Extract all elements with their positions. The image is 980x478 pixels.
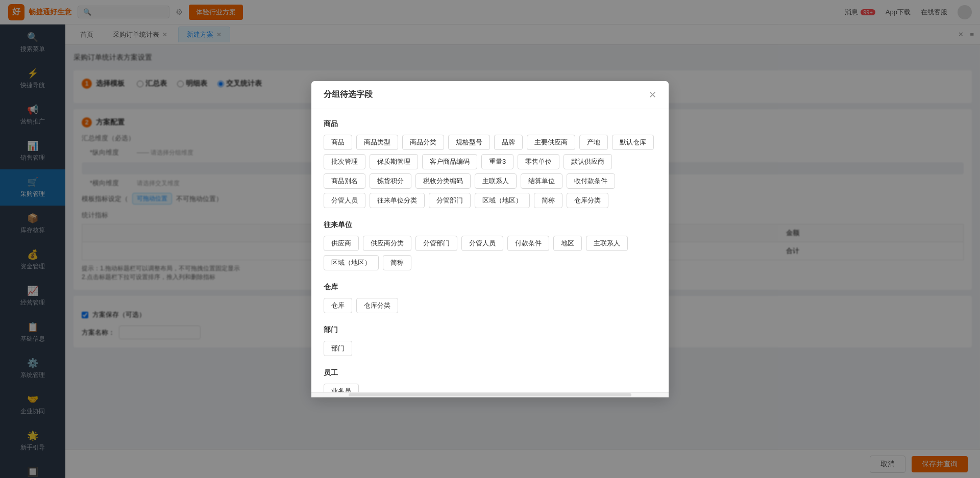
field-tag[interactable]: 默认供应商 — [564, 154, 612, 169]
modal-section-title-product: 商品 — [324, 119, 656, 129]
field-tag[interactable]: 往来单位分类 — [370, 193, 425, 208]
field-selection-modal: 分组待选字段 ✕ 商品商品商品类型商品分类规格型号品牌主要供应商产地默认仓库批次… — [311, 81, 669, 397]
modal-field-grid-product: 商品商品类型商品分类规格型号品牌主要供应商产地默认仓库批次管理保质期管理客户商品… — [324, 135, 656, 208]
modal-header: 分组待选字段 ✕ — [311, 81, 669, 109]
field-tag[interactable]: 业务员 — [324, 384, 359, 392]
modal-hscroll-thumb — [349, 393, 631, 396]
field-tag[interactable]: 付款条件 — [507, 236, 549, 251]
modal-close-button[interactable]: ✕ — [649, 89, 656, 100]
field-tag[interactable]: 部门 — [324, 341, 352, 356]
field-tag[interactable]: 仓库 — [324, 298, 352, 313]
field-tag[interactable]: 分管部门 — [415, 236, 457, 251]
field-tag[interactable]: 商品类型 — [356, 135, 398, 150]
field-tag[interactable]: 客户商品编码 — [422, 154, 477, 169]
field-tag[interactable]: 批次管理 — [324, 154, 365, 169]
field-tag[interactable]: 简称 — [383, 255, 411, 270]
field-tag[interactable]: 区域（地区） — [324, 255, 379, 270]
field-tag[interactable]: 拣货积分 — [370, 173, 411, 189]
modal-field-grid-counterpart: 供应商供应商分类分管部门分管人员付款条件地区主联系人区域（地区）简称 — [324, 236, 656, 270]
modal-field-grid-department: 部门 — [324, 341, 656, 356]
field-tag[interactable]: 分管人员 — [324, 193, 365, 208]
field-tag[interactable]: 仓库分类 — [567, 193, 608, 208]
modal-title: 分组待选字段 — [324, 89, 373, 100]
modal-section-product: 商品商品商品类型商品分类规格型号品牌主要供应商产地默认仓库批次管理保质期管理客户… — [324, 119, 656, 208]
field-tag[interactable]: 商品别名 — [324, 173, 365, 189]
field-tag[interactable]: 零售单位 — [518, 154, 559, 169]
field-tag[interactable]: 主联系人 — [475, 173, 517, 189]
field-tag[interactable]: 结算单位 — [521, 173, 562, 189]
field-tag[interactable]: 简称 — [534, 193, 562, 208]
field-tag[interactable]: 供应商分类 — [363, 236, 411, 251]
modal-section-department: 部门部门 — [324, 325, 656, 356]
modal-section-counterpart: 往来单位供应商供应商分类分管部门分管人员付款条件地区主联系人区域（地区）简称 — [324, 220, 656, 270]
modal-section-title-counterpart: 往来单位 — [324, 220, 656, 230]
modal-section-warehouse: 仓库仓库仓库分类 — [324, 283, 656, 313]
field-tag[interactable]: 商品 — [324, 135, 352, 150]
field-tag[interactable]: 商品分类 — [402, 135, 444, 150]
modal-section-title-employee: 员工 — [324, 368, 656, 378]
modal-field-grid-warehouse: 仓库仓库分类 — [324, 298, 656, 313]
field-tag[interactable]: 收付款条件 — [567, 173, 615, 189]
field-tag[interactable]: 供应商 — [324, 236, 359, 251]
field-tag[interactable]: 主联系人 — [586, 236, 628, 251]
modal-field-grid-employee: 业务员 — [324, 384, 656, 392]
modal-section-employee: 员工业务员 — [324, 368, 656, 392]
field-tag[interactable]: 产地 — [579, 135, 608, 150]
field-tag[interactable]: 区域（地区） — [475, 193, 530, 208]
field-tag[interactable]: 分管人员 — [461, 236, 503, 251]
field-tag[interactable]: 保质期管理 — [370, 154, 418, 169]
modal-horizontal-scrollbar[interactable] — [311, 392, 669, 397]
field-tag[interactable]: 默认仓库 — [612, 135, 654, 150]
field-tag[interactable]: 分管部门 — [429, 193, 471, 208]
field-tag[interactable]: 品牌 — [494, 135, 523, 150]
field-tag[interactable]: 地区 — [553, 236, 582, 251]
field-tag[interactable]: 规格型号 — [448, 135, 490, 150]
field-tag[interactable]: 重量3 — [481, 154, 513, 169]
field-tag[interactable]: 仓库分类 — [356, 298, 398, 313]
modal-body: 商品商品商品类型商品分类规格型号品牌主要供应商产地默认仓库批次管理保质期管理客户… — [311, 109, 669, 392]
modal-section-title-department: 部门 — [324, 325, 656, 335]
modal-overlay: 分组待选字段 ✕ 商品商品商品类型商品分类规格型号品牌主要供应商产地默认仓库批次… — [0, 0, 980, 478]
field-tag[interactable]: 主要供应商 — [527, 135, 575, 150]
modal-section-title-warehouse: 仓库 — [324, 283, 656, 292]
field-tag[interactable]: 税收分类编码 — [415, 173, 471, 189]
